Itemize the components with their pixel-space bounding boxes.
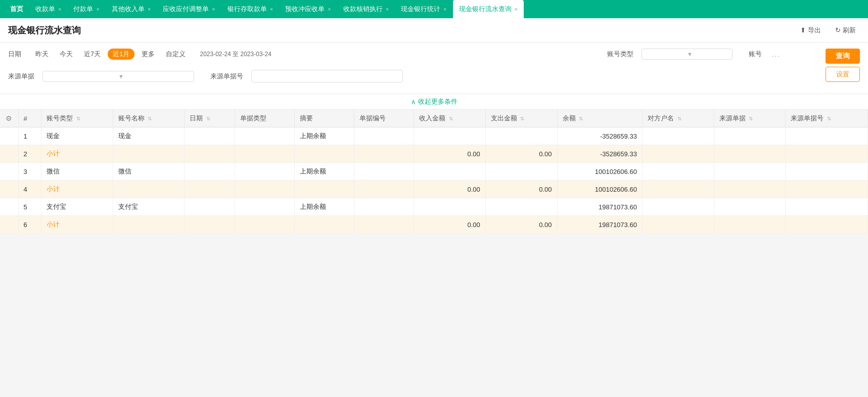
cell-source-doc-no <box>786 145 868 163</box>
column-date[interactable]: 日期 ⇅ <box>185 110 235 127</box>
table-row: 1 现金 现金 上期余额 -3528659.33 <box>0 127 868 145</box>
close-icon[interactable]: × <box>96 6 99 12</box>
cell-summary: 上期余额 <box>295 163 354 181</box>
cell-account-type: 支付宝 <box>41 198 113 216</box>
sort-icon: ⇅ <box>677 116 681 121</box>
account-type-label: 账号类型 <box>607 50 633 59</box>
cell-source-doc <box>714 198 786 216</box>
nav-item-receipt[interactable]: 收款单 × <box>29 0 67 18</box>
date-filter-row: 日期 昨天 今天 近7天 近1月 更多 自定义 2023-02-24 至 202… <box>8 49 591 60</box>
nav-item-other-income[interactable]: 其他收入单 × <box>106 0 157 18</box>
close-icon[interactable]: × <box>212 6 215 12</box>
column-expense[interactable]: 支出金额 ⇅ <box>485 110 557 127</box>
nav-item-verification[interactable]: 收款核销执行 × <box>337 0 395 18</box>
top-nav: 首页 收款单 × 付款单 × 其他收入单 × 应收应付调整单 × 银行存取款单 … <box>0 0 868 18</box>
date-opt-custom[interactable]: 自定义 <box>162 49 190 60</box>
cell-income <box>414 198 486 216</box>
cell-account-type: 小计 <box>41 145 113 163</box>
column-counterpart[interactable]: 对方户名 ⇅ <box>642 110 714 127</box>
nav-item-payment[interactable]: 付款单 × <box>67 0 105 18</box>
column-gear[interactable]: ⚙ <box>0 110 18 127</box>
column-doc-no: 单据编号 <box>354 110 414 127</box>
close-icon[interactable]: × <box>58 6 61 12</box>
cell-expense: 0.00 <box>485 216 557 234</box>
cell-summary: 上期余额 <box>295 127 354 145</box>
column-summary: 摘要 <box>295 110 354 127</box>
cell-source-doc-no <box>786 198 868 216</box>
collapse-bar[interactable]: ∧ 收起更多条件 <box>0 94 868 110</box>
column-account-type[interactable]: 账号类型 ⇅ <box>41 110 113 127</box>
nav-item-home[interactable]: 首页 <box>4 0 29 18</box>
cell-gear <box>0 163 18 181</box>
cell-index: 6 <box>18 216 41 234</box>
source-doc-no-label: 来源单据号 <box>210 72 243 81</box>
cell-summary <box>295 145 354 163</box>
cell-source-doc-no <box>786 163 868 181</box>
cell-doc-no <box>354 145 414 163</box>
close-icon[interactable]: × <box>148 6 151 12</box>
nav-item-cash-stats[interactable]: 现金银行统计 × <box>395 0 452 18</box>
source-doc-select[interactable]: ▼ <box>42 71 194 82</box>
cell-source-doc <box>714 127 786 145</box>
cell-gear <box>0 127 18 145</box>
nav-item-bank-deposit[interactable]: 银行存取款单 × <box>221 0 279 18</box>
close-icon[interactable]: × <box>270 6 273 12</box>
account-dots[interactable]: ... <box>772 51 781 58</box>
date-opt-yesterday[interactable]: 昨天 <box>31 49 53 60</box>
source-doc-no-input[interactable] <box>256 72 398 80</box>
cell-source-doc-no <box>786 216 868 234</box>
column-source-doc[interactable]: 来源单据 ⇅ <box>714 110 786 127</box>
close-icon[interactable]: × <box>386 6 389 12</box>
date-opt-more[interactable]: 更多 <box>138 49 159 60</box>
nav-item-advance[interactable]: 预收冲应收单 × <box>279 0 337 18</box>
table-row: 3 微信 微信 上期余额 100102606.60 <box>0 163 868 181</box>
column-account-name[interactable]: 账号名称 ⇅ <box>113 110 185 127</box>
query-button[interactable]: 查询 <box>826 49 860 64</box>
cell-income: 0.00 <box>414 216 486 234</box>
nav-item-cash-flow[interactable]: 现金银行流水查询 × <box>453 0 524 18</box>
column-source-doc-no[interactable]: 来源单据号 ⇅ <box>786 110 868 127</box>
cell-date <box>185 181 235 198</box>
chevron-down-icon: ▼ <box>118 73 190 79</box>
cell-balance: -3528659.33 <box>557 127 642 145</box>
refresh-button[interactable]: ↻ 刷新 <box>831 24 860 37</box>
gear-icon[interactable]: ⚙ <box>6 114 12 122</box>
filter-area: 日期 昨天 今天 近7天 近1月 更多 自定义 2023-02-24 至 202… <box>0 42 868 94</box>
cell-doc-no <box>354 181 414 198</box>
cell-expense <box>485 163 557 181</box>
cell-balance: 100102606.60 <box>557 163 642 181</box>
cell-doc-type <box>235 198 295 216</box>
nav-item-adjustment[interactable]: 应收应付调整单 × <box>157 0 221 18</box>
cell-counterpart <box>642 127 714 145</box>
cell-balance: 19871073.60 <box>557 216 642 234</box>
close-icon[interactable]: × <box>443 6 446 12</box>
date-opt-1month[interactable]: 近1月 <box>108 49 134 60</box>
column-balance[interactable]: 余额 ⇅ <box>557 110 642 127</box>
cell-balance: 100102606.60 <box>557 181 642 198</box>
close-icon[interactable]: × <box>328 6 331 12</box>
sort-icon: ⇅ <box>148 116 152 121</box>
date-opt-7days[interactable]: 近7天 <box>80 49 105 60</box>
cell-doc-type <box>235 163 295 181</box>
cell-doc-no <box>354 163 414 181</box>
cell-gear <box>0 145 18 163</box>
cell-account-name <box>113 216 185 234</box>
source-doc-filter-row: 来源单据 ▼ 来源单据号 <box>8 70 591 82</box>
cell-balance: 19871073.60 <box>557 198 642 216</box>
date-label: 日期 <box>8 50 23 59</box>
cell-account-name: 支付宝 <box>113 198 185 216</box>
date-opt-today[interactable]: 今天 <box>56 49 77 60</box>
export-button[interactable]: ⬆ 导出 <box>796 24 825 37</box>
settings-button[interactable]: 设置 <box>826 67 860 82</box>
cell-expense: 0.00 <box>485 181 557 198</box>
account-type-select[interactable]: ▼ <box>642 49 733 60</box>
refresh-icon: ↻ <box>835 26 841 34</box>
cell-date <box>185 216 235 234</box>
close-icon[interactable]: × <box>515 6 518 12</box>
cell-counterpart <box>642 198 714 216</box>
sort-icon: ⇅ <box>449 116 453 121</box>
cell-income <box>414 127 486 145</box>
column-income[interactable]: 收入金额 ⇅ <box>414 110 486 127</box>
cell-account-name: 微信 <box>113 163 185 181</box>
sort-icon: ⇅ <box>520 116 524 121</box>
